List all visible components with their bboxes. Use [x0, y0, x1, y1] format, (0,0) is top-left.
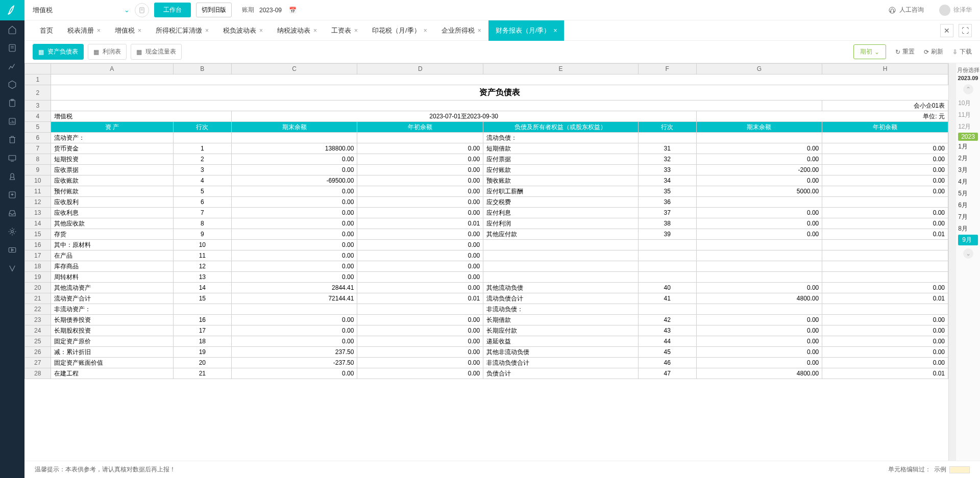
table-row[interactable]: 27固定资产账面价值20-237.500.00非流动负债合计460.000.00 [25, 358, 948, 368]
col-header[interactable]: B [173, 64, 231, 74]
month-item[interactable]: 9月 [958, 235, 978, 245]
refresh-button[interactable]: ⟳刷新 [924, 47, 943, 56]
download-button[interactable]: ⇩下载 [952, 47, 972, 56]
row-header[interactable]: 7 [25, 143, 51, 154]
month-next-button[interactable]: ⌄ [963, 248, 973, 259]
tab-close-icon[interactable]: × [259, 27, 263, 34]
month-item[interactable]: 1月 [958, 141, 978, 153]
table-row[interactable]: 20其他流动资产142844.410.00其他流动负债400.000.00 [25, 283, 948, 293]
month-prev-button[interactable]: ⌃ [963, 84, 973, 94]
tab-close-icon[interactable]: × [97, 27, 101, 34]
support-link[interactable]: 人工咨询 [888, 6, 924, 14]
col-header[interactable]: F [638, 64, 696, 74]
subtab-item[interactable]: ▦资产负债表 [33, 44, 84, 60]
table-row[interactable]: 28在建工程210.000.00负债合计474800.000.01 [25, 368, 948, 379]
table-row[interactable]: 21流动资产合计1572144.410.01流动负债合计414800.000.0… [25, 293, 948, 304]
row-header[interactable]: 28 [25, 368, 51, 379]
tab-item[interactable]: 所得税汇算清缴× [149, 20, 216, 41]
tab-item[interactable]: 增值税× [108, 20, 149, 41]
col-header[interactable]: D [357, 64, 483, 74]
tab-item[interactable]: 纳税波动表× [270, 20, 324, 41]
nav-video-icon[interactable] [0, 241, 24, 259]
nav-screen-icon[interactable] [0, 149, 24, 167]
row-header[interactable]: 18 [25, 261, 51, 272]
table-row[interactable]: 18库存商品120.000.00 [25, 261, 948, 272]
subtab-item[interactable]: ▦利润表 [88, 44, 127, 60]
fullscreen-button[interactable]: ⛶ [959, 24, 972, 37]
company-selector[interactable]: 增值税 ⌄ [33, 6, 130, 15]
row-header[interactable]: 19 [25, 272, 51, 283]
table-row[interactable]: 19周转材料130.000.00 [25, 272, 948, 283]
row-header[interactable]: 25 [25, 336, 51, 347]
table-row[interactable]: 8短期投资20.000.00应付票据320.000.00 [25, 154, 948, 165]
row-header[interactable]: 3 [25, 100, 51, 111]
row-header[interactable]: 27 [25, 358, 51, 368]
row-header[interactable]: 21 [25, 293, 51, 304]
subtab-item[interactable]: ▦现金流量表 [131, 44, 182, 60]
tab-item[interactable]: 企业所得税× [434, 20, 488, 41]
row-header[interactable]: 17 [25, 250, 51, 261]
calendar-icon[interactable]: 📅 [289, 7, 297, 14]
nav-box-icon[interactable] [0, 76, 24, 94]
tab-item[interactable]: 印花税（月/季）× [365, 20, 434, 41]
nav-doc-icon[interactable] [0, 39, 24, 57]
table-row[interactable]: 12应收股利60.000.00应交税费36 [25, 197, 948, 208]
month-item[interactable]: 11月 [958, 109, 978, 121]
row-header[interactable]: 6 [25, 133, 51, 143]
row-header[interactable]: 13 [25, 208, 51, 218]
table-row[interactable]: 16其中：原材料100.000.00 [25, 240, 948, 250]
spreadsheet[interactable]: ABCDEFGH12资产负债表3会小企01表4增值税2023-07-01至202… [24, 63, 948, 461]
col-header[interactable]: A [51, 64, 173, 74]
table-row[interactable]: 13应收利息70.000.00应付利息370.000.00 [25, 208, 948, 218]
table-row[interactable]: 15存货90.000.00其他应付款390.000.01 [25, 229, 948, 240]
tab-close-icon[interactable]: × [313, 27, 317, 34]
tab-close-icon[interactable]: × [138, 27, 141, 34]
row-header[interactable]: 12 [25, 197, 51, 208]
row-header[interactable]: 8 [25, 154, 51, 165]
nav-clipboard-icon[interactable] [0, 94, 24, 112]
table-row[interactable]: 6流动资产：流动负债： [25, 133, 948, 143]
row-header[interactable]: 1 [25, 74, 51, 85]
month-item[interactable]: 7月 [958, 211, 978, 223]
month-item[interactable]: 2月 [958, 153, 978, 164]
row-header[interactable]: 4 [25, 111, 51, 122]
month-item[interactable]: 10月 [958, 97, 978, 109]
tab-item[interactable]: 税负波动表× [216, 20, 270, 41]
vertical-scrollbar[interactable] [948, 63, 955, 461]
month-item[interactable]: 4月 [958, 176, 978, 188]
tab-close-icon[interactable]: × [478, 27, 481, 34]
row-header[interactable]: 11 [25, 186, 51, 197]
note-icon-button[interactable] [135, 3, 149, 17]
table-row[interactable]: 7货币资金1138800.000.00短期借款310.000.00 [25, 143, 948, 154]
row-header[interactable]: 5 [25, 122, 51, 133]
col-header[interactable]: C [231, 64, 357, 74]
col-header[interactable]: G [696, 64, 822, 74]
workbench-button[interactable]: 工作台 [154, 3, 191, 17]
table-row[interactable]: 23长期债券投资160.000.00长期借款420.000.00 [25, 315, 948, 325]
period-init-button[interactable]: 期初⌄ [853, 44, 886, 59]
nav-stamp-icon[interactable] [0, 167, 24, 186]
nav-home-icon[interactable] [0, 20, 24, 39]
nav-tax-icon[interactable] [0, 131, 24, 149]
nav-inbox-icon[interactable] [0, 204, 24, 222]
tab-close-icon[interactable]: × [553, 27, 557, 34]
tab-item[interactable]: 税表清册× [60, 20, 108, 41]
row-header[interactable]: 26 [25, 347, 51, 358]
nav-export-icon[interactable] [0, 186, 24, 204]
period-value[interactable]: 2023-09 [259, 7, 282, 14]
table-row[interactable]: 26减：累计折旧19237.500.00其他非流动负债450.000.00 [25, 347, 948, 358]
row-header[interactable]: 23 [25, 315, 51, 325]
row-header[interactable]: 20 [25, 283, 51, 293]
month-item[interactable]: 5月 [958, 188, 978, 199]
tab-close-icon[interactable]: × [205, 27, 209, 34]
row-header[interactable]: 14 [25, 218, 51, 229]
table-row[interactable]: 14其他应收款80.000.01应付利润380.000.00 [25, 218, 948, 229]
row-header[interactable]: 15 [25, 229, 51, 240]
tab-close-icon[interactable]: × [354, 27, 358, 34]
nav-settings-icon[interactable] [0, 222, 24, 241]
table-row[interactable]: 9应收票据30.000.00应付账款33-200.000.00 [25, 165, 948, 175]
row-header[interactable]: 10 [25, 175, 51, 186]
tab-item[interactable]: 工资表× [324, 20, 365, 41]
nav-v-icon[interactable] [0, 259, 24, 278]
reset-button[interactable]: ↻重置 [895, 47, 915, 56]
